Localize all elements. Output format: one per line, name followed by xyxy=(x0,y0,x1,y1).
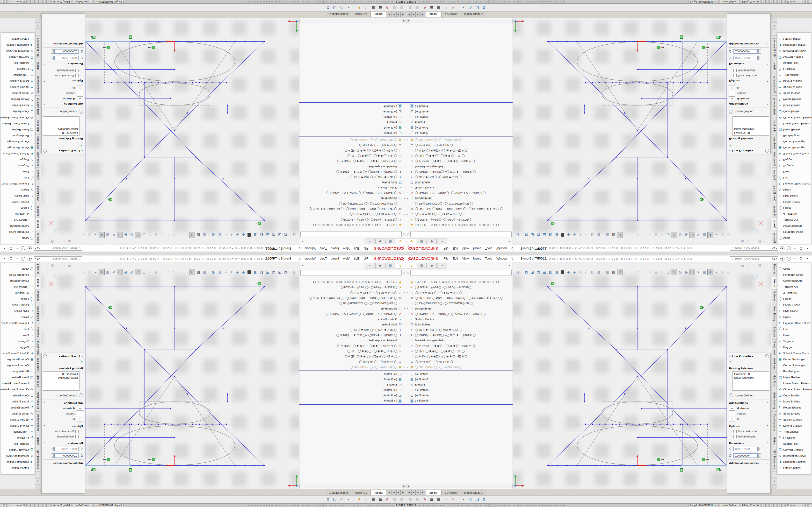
panel-help-icon[interactable]: ? xyxy=(765,149,769,153)
status-units-icon[interactable]: ❏ xyxy=(1,0,6,3)
flyout-item-trim-entities[interactable]: ✄Trim Entities xyxy=(777,72,812,78)
flyout-scroll-up-icon[interactable]: ∧ xyxy=(777,241,812,244)
flyout-item-partial-ellipse[interactable]: ◔Partial Ellipse xyxy=(777,199,812,205)
tree-row[interactable]: ◐◯ 2S·∩ ✱ ↑ΑΜ◯ ∘◯ ΜΑ↑ ✱ ∩·S2 ◯ xyxy=(299,175,406,180)
relation-button-horizontal[interactable]: —Horizontal xyxy=(727,96,770,102)
tab-markup[interactable]: Markup xyxy=(35,59,40,73)
menu-view[interactable]: View xyxy=(462,257,469,260)
view-toolbar-icon[interactable]: ▦ xyxy=(105,232,111,238)
tab-markup[interactable]: Markup xyxy=(772,434,777,448)
flyout-item-spline[interactable]: ∿Spline xyxy=(0,187,35,193)
tree-row[interactable]: ❐Solid Bodies xyxy=(299,180,406,185)
mdi-close-icon[interactable]: ✕ xyxy=(764,240,766,243)
flyout-item-equation-driven-curve[interactable]: ƒEquation Driven Curve xyxy=(777,320,812,326)
flyout-item-scale-entities[interactable]: ⇗Scale Entities xyxy=(777,91,812,97)
flyout-item-silhouette-entities[interactable]: ◨Silhouette Entities xyxy=(777,42,812,48)
tree-row[interactable]: ◺(-) Sketch1 xyxy=(299,130,406,136)
tree-row[interactable]: ◺(-) Sketch4 xyxy=(406,109,513,114)
lower-toolbar-icon[interactable]: ❐ xyxy=(332,496,338,503)
collapse-icon[interactable]: ⌃ xyxy=(767,442,768,445)
tree-row[interactable]: ◺(-) Sketch4 xyxy=(299,109,406,114)
flyout-item-centerpoint-arc[interactable]: ◠Centerpoint Arc xyxy=(0,223,35,229)
flyout-item-move-entities[interactable]: ✢Move Entities xyxy=(0,103,35,109)
tree-row[interactable]: ▸▢Design Binder xyxy=(406,306,513,311)
rollback-bar[interactable] xyxy=(406,404,513,405)
tab-sketch[interactable]: Sketch xyxy=(35,217,40,230)
tree-hscrollbar[interactable]: ◀ xyxy=(406,484,513,488)
lower-toolbar-icon[interactable]: ╚ xyxy=(450,496,456,503)
tab-model[interactable]: Model xyxy=(371,490,386,495)
view-toolbar-icon[interactable]: ◉ xyxy=(153,269,159,275)
menu-insert[interactable]: Insert xyxy=(473,247,481,250)
minimize-button[interactable]: — xyxy=(16,257,19,260)
view-toolbar-icon[interactable]: ∿ xyxy=(671,269,677,275)
view-toolbar-icon[interactable]: ✐ xyxy=(635,269,641,275)
lower-toolbar-icon[interactable]: ◷ xyxy=(339,496,345,503)
parameter-field[interactable]: 10.88152731 xyxy=(733,56,758,60)
tree-row[interactable]: ▦(-) Sketch2 xyxy=(299,377,406,382)
tree-row[interactable]: ▸▢Design Binder xyxy=(299,196,406,201)
expand-icon[interactable]: ▸ xyxy=(402,307,405,310)
flyout-item-fit-spline[interactable]: ╰Fit Spline xyxy=(777,66,812,72)
menu-edit[interactable]: Edit xyxy=(453,247,458,250)
cancel-sketch-icon[interactable]: ✕ xyxy=(757,218,764,228)
tree-row[interactable]: ≔Material <not specified> xyxy=(299,338,406,343)
lower-toolbar-icon[interactable]: ⚙ xyxy=(481,4,488,11)
view-toolbar-icon[interactable]: ◉ xyxy=(653,269,659,275)
mdi-restore-icon[interactable]: ❐ xyxy=(758,240,761,243)
view-toolbar-icon[interactable]: ❍ xyxy=(689,269,695,275)
expand-icon[interactable]: ▸ xyxy=(402,192,405,194)
tree-row[interactable]: ▱◯ ·◎ ✛ ◯ ✱ ◉[◯ ∘◯ ]◉ ✱ ◯ ✛ ◎· ◯ xyxy=(406,153,513,159)
flyout-item-mirror-entities[interactable]: ◫Mirror Entities xyxy=(777,127,812,133)
flyout-item-centerpoint-arc[interactable]: ◠Centerpoint Arc xyxy=(0,278,35,284)
view-toolbar-icon[interactable]: ✎ xyxy=(659,232,665,238)
tab-model[interactable]: Model xyxy=(426,490,441,495)
expand-icon[interactable]: ▸ xyxy=(402,313,405,315)
flyout-item-silhouette-entities[interactable]: ◨Silhouette Entities xyxy=(0,42,35,48)
status-custom[interactable]: Custom▴ xyxy=(785,504,804,507)
vertical-icon[interactable]: ❘ xyxy=(729,411,735,416)
flyout-item-sketch-fillet[interactable]: ◜Sketch Fillet xyxy=(777,60,812,66)
tree-row[interactable]: ◐◯ 2S·∩ ✱ ↑ΑΜ◯ ∘◯ ΜΑ↑ ✱ ∩·S2 ◯ xyxy=(406,327,513,332)
view-toolbar-icon[interactable]: ❖ xyxy=(707,269,713,275)
view-toolbar-icon[interactable]: ⬒ xyxy=(535,269,541,275)
flyout-scroll-down-icon[interactable]: » xyxy=(790,495,793,496)
view-toolbar-icon[interactable]: ➤ xyxy=(695,269,701,275)
view-toolbar-icon[interactable]: ▭ xyxy=(222,232,229,238)
flyout-item-style-spline[interactable]: ≈Style Spline xyxy=(0,308,35,314)
flyout-item-extend-entities[interactable]: ⊢Extend Entities xyxy=(0,78,35,84)
propertymanager-tab[interactable]: ▤ xyxy=(386,239,395,244)
lower-toolbar-icon[interactable]: ◷ xyxy=(339,4,345,11)
flyout-item-intersection-curve[interactable]: ≋Intersection Curve xyxy=(777,48,812,54)
featuremanager-tab[interactable]: ⬙ xyxy=(407,239,416,244)
tree-root-row[interactable]: ⬙TЯPDL2.◎ ЄƐ ◎ Ш ◎ ◎ ◎ ✛ ◎ ⊃C ◎ ЄƐ ◎ · ◎… xyxy=(299,279,406,285)
view-toolbar-icon[interactable]: ◎ xyxy=(129,232,135,238)
flyout-item-spline[interactable]: ∿Spline xyxy=(777,187,812,193)
spinner[interactable]: ▲▼ xyxy=(51,56,54,60)
flyout-item-trim-entities[interactable]: ✄Trim Entities xyxy=(0,429,35,435)
collapse-icon[interactable]: ⌃ xyxy=(44,425,45,428)
flyout-item-circular-sketch-pattern[interactable]: ⁂Circular Sketch Pattern xyxy=(0,386,35,392)
mdi-next-icon[interactable]: ◫ xyxy=(63,240,65,243)
flyout-item-ellipse[interactable]: ◯Ellipse xyxy=(0,205,35,211)
tab-motion-study-1[interactable]: Motion Study 1 xyxy=(326,490,352,495)
tree-row[interactable]: ▱◯ ✛ Ƹ9·↑◯ ✱ ◉[◯ ∘◯ ]◉ ✱ ◯↑·9Ƹ ✛ ◯ xyxy=(406,148,513,153)
tree-row[interactable]: ◺(-) Sketch5 xyxy=(299,114,406,120)
panel-help-icon[interactable]: ? xyxy=(43,149,47,153)
tab-markup[interactable]: Markup xyxy=(772,59,777,73)
flyout-item-3-point-center-recta-[interactable]: ◈3 Point Center Recta... xyxy=(0,151,35,157)
relation-button-vertical[interactable]: ❘Vertical xyxy=(727,411,770,416)
tree-row[interactable]: ★◯2SЄƐ ✛ ·↑◎ΛΑΦ◯ ∘◯ ΦΑΛ◎↑· ✛ ƐЄS2◯ xyxy=(406,217,513,222)
lower-toolbar-icon[interactable]: ⚙ xyxy=(481,496,488,503)
configurationmanager-tab[interactable]: ⊕ xyxy=(375,263,385,269)
menu-insert[interactable]: Insert xyxy=(331,257,339,260)
spinner[interactable]: ▲▼ xyxy=(758,447,761,451)
flyout-item-corner-rectangle[interactable]: ▭Corner Rectangle xyxy=(777,362,812,368)
propertymanager-tab[interactable]: ▤ xyxy=(417,263,426,269)
expand-icon[interactable]: ▸ xyxy=(402,213,405,216)
status-units-icon[interactable]: ❏ xyxy=(806,504,811,507)
search-input[interactable]: ◇ Search CAD Models ▾ xyxy=(730,246,778,251)
view-toolbar-icon[interactable]: ◨ xyxy=(553,232,559,238)
view-toolbar-icon[interactable]: ◉ xyxy=(653,232,659,238)
flyout-item-equation-driven-curve[interactable]: ƒEquation Driven Curve xyxy=(777,181,812,187)
